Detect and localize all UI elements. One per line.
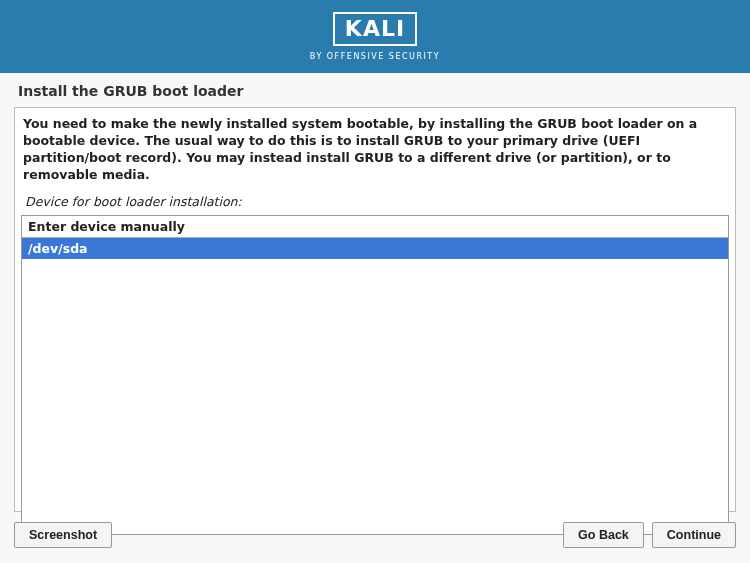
continue-button[interactable]: Continue [652, 522, 736, 548]
instruction-text: You need to make the newly installed sys… [15, 112, 735, 190]
content-panel: You need to make the newly installed sys… [14, 107, 736, 512]
list-option-manual[interactable]: Enter device manually [22, 216, 728, 238]
list-option-dev-sda[interactable]: /dev/sda [22, 238, 728, 259]
screenshot-button[interactable]: Screenshot [14, 522, 112, 548]
logo-subtitle: BY OFFENSIVE SECURITY [310, 52, 440, 61]
page-title: Install the GRUB boot loader [0, 73, 750, 107]
installer-header: KALI BY OFFENSIVE SECURITY [0, 0, 750, 73]
kali-logo: KALI [333, 12, 417, 46]
device-list[interactable]: Enter device manually /dev/sda [21, 215, 729, 535]
go-back-button[interactable]: Go Back [563, 522, 644, 548]
device-field-label: Device for boot loader installation: [15, 190, 735, 215]
right-buttons: Go Back Continue [563, 522, 736, 548]
left-buttons: Screenshot [14, 522, 112, 548]
button-bar: Screenshot Go Back Continue [0, 512, 750, 548]
